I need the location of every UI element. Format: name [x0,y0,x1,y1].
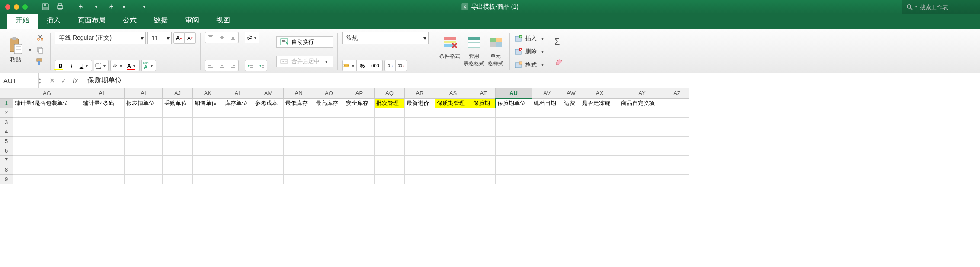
cell-AL5[interactable] [223,137,253,146]
cell-AH2[interactable] [81,108,125,118]
cell-AT1[interactable]: 保质期 [471,99,496,108]
cell-AL7[interactable] [223,156,253,165]
name-box-dropdown[interactable]: ▴▾ [39,77,43,85]
cell-AR4[interactable] [405,127,435,137]
cell-AR1[interactable]: 最新进价 [405,99,435,108]
cell-AG2[interactable] [13,108,81,118]
cell-AY7[interactable] [619,156,665,165]
cell-AY8[interactable] [619,165,665,175]
column-header-AP[interactable]: AP [344,88,375,99]
cell-AL2[interactable] [223,108,253,118]
cell-style-button[interactable]: 单元 格样式 [486,32,505,68]
cell-AO4[interactable] [314,127,344,137]
cell-AN2[interactable] [284,108,314,118]
cell-AO6[interactable] [314,146,344,156]
cell-AU9[interactable] [496,175,532,184]
name-box[interactable]: AU1 [0,73,39,88]
formula-input[interactable] [84,77,980,85]
cell-AZ2[interactable] [665,108,689,118]
cell-AL1[interactable]: 库存单位 [223,99,253,108]
cell-AM1[interactable]: 参考成本 [253,99,284,108]
cell-AZ3[interactable] [665,118,689,127]
undo-icon[interactable] [78,3,86,11]
cell-AL6[interactable] [223,146,253,156]
tab-审阅[interactable]: 审阅 [176,13,208,29]
cell-AW6[interactable] [562,146,580,156]
cell-AH4[interactable] [81,127,125,137]
cell-AI3[interactable] [125,118,163,127]
cell-AK9[interactable] [193,175,223,184]
fx-icon[interactable]: fx [73,77,78,85]
column-header-AY[interactable]: AY [619,88,665,99]
phonetic-button[interactable]: abcA ▾ [141,60,156,71]
cell-AR7[interactable] [405,156,435,165]
row-header-2[interactable]: 2 [0,108,13,118]
row-header-4[interactable]: 4 [0,127,13,137]
cell-AN4[interactable] [284,127,314,137]
minimize-window-button[interactable] [14,4,19,10]
cell-AT2[interactable] [471,108,496,118]
cell-AV9[interactable] [532,175,562,184]
currency-button[interactable]: ▾ [342,60,357,71]
cell-AQ1[interactable]: 批次管理 [375,99,405,108]
cell-AP6[interactable] [344,146,375,156]
column-header-AT[interactable]: AT [471,88,496,99]
undo-dropdown[interactable]: ▾ [93,3,99,11]
cell-AO3[interactable] [314,118,344,127]
tab-视图[interactable]: 视图 [208,13,239,29]
cell-AS5[interactable] [435,137,471,146]
cell-AO7[interactable] [314,156,344,165]
cell-AH6[interactable] [81,146,125,156]
cell-AT4[interactable] [471,127,496,137]
cell-AV7[interactable] [532,156,562,165]
wrap-text-button[interactable]: ab 自动换行 [276,36,333,48]
cell-AI2[interactable] [125,108,163,118]
cell-AG1[interactable]: 辅计量4是否包装单位 [13,99,81,108]
cell-AV1[interactable]: 建档日期 [532,99,562,108]
font-size-combo[interactable]: 11 ▾ [147,32,172,44]
cell-AX4[interactable] [580,127,619,137]
cell-AU7[interactable] [496,156,532,165]
cell-AK6[interactable] [193,146,223,156]
cell-AI6[interactable] [125,146,163,156]
tab-插入[interactable]: 插入 [38,13,69,29]
cell-AV6[interactable] [532,146,562,156]
cell-AW4[interactable] [562,127,580,137]
cell-AG5[interactable] [13,137,81,146]
tab-公式[interactable]: 公式 [114,13,145,29]
redo-dropdown[interactable]: ▾ [121,3,127,11]
cut-button[interactable] [35,32,46,43]
merge-dropdown[interactable]: ▾ [323,59,329,64]
cell-AS1[interactable]: 保质期管理 [435,99,471,108]
cell-AX2[interactable] [580,108,619,118]
cell-AZ5[interactable] [665,137,689,146]
cell-AZ1[interactable] [665,99,689,108]
cell-AG6[interactable] [13,146,81,156]
cell-AO1[interactable]: 最高库存 [314,99,344,108]
insert-cells-button[interactable]: 插入 ▾ [514,33,545,44]
cell-AX3[interactable] [580,118,619,127]
search-input[interactable] [920,4,972,10]
cell-AT5[interactable] [471,137,496,146]
cell-AL9[interactable] [223,175,253,184]
cell-AQ9[interactable] [375,175,405,184]
cell-AG8[interactable] [13,165,81,175]
cell-AW9[interactable] [562,175,580,184]
cell-AV3[interactable] [532,118,562,127]
cell-AS7[interactable] [435,156,471,165]
italic-button[interactable]: I [66,60,77,71]
border-button[interactable]: ▾ [94,60,109,71]
column-header-AJ[interactable]: AJ [163,88,193,99]
column-header-AK[interactable]: AK [193,88,223,99]
number-format-combo[interactable]: 常规 ▾ [342,32,429,44]
paste-button[interactable]: 粘贴 [6,35,25,64]
cell-AH1[interactable]: 辅计量4条码 [81,99,125,108]
cell-AK7[interactable] [193,156,223,165]
increase-indent-button[interactable] [256,60,267,71]
cell-AI9[interactable] [125,175,163,184]
cell-AS9[interactable] [435,175,471,184]
cell-AW2[interactable] [562,108,580,118]
cell-AK4[interactable] [193,127,223,137]
cell-AQ2[interactable] [375,108,405,118]
cell-AZ6[interactable] [665,146,689,156]
